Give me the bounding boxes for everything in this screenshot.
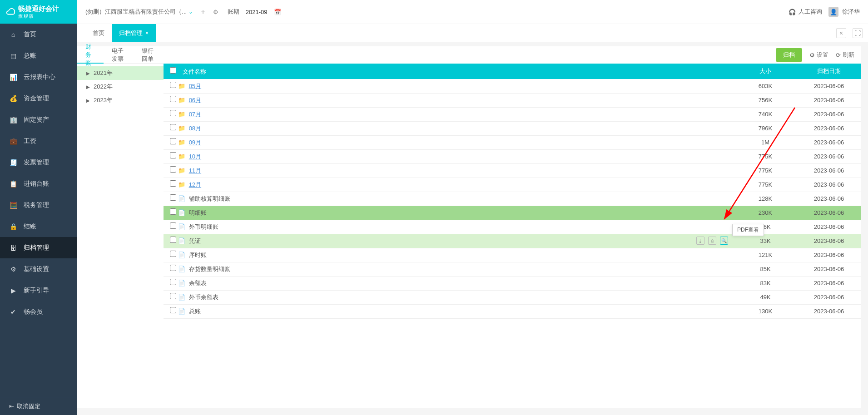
triangle-right-icon: ▶ — [86, 71, 90, 76]
row-checkbox[interactable] — [170, 194, 176, 201]
nav-item[interactable]: ⌂首页 — [0, 24, 77, 45]
nav-item[interactable]: 🧾发票管理 — [0, 152, 77, 173]
refresh-link[interactable]: ⟳刷新 — [836, 51, 854, 59]
topbar: (勿删）江西服宝精品有限责任公司（... ⌄ ＋ ⚙ 账期 2021-09 📅 … — [77, 0, 868, 24]
table-row[interactable]: 📁07月740K2023-06-06 — [164, 107, 861, 121]
fullscreen-icon[interactable]: ⛶ — [853, 28, 863, 38]
file-link[interactable]: 11月 — [189, 167, 201, 175]
tabs-bar: 首页 归档管理 × × ⛶ — [77, 24, 868, 42]
row-checkbox[interactable] — [170, 166, 176, 173]
file-name: 外币余额表 — [189, 293, 218, 301]
table-row[interactable]: 📄明细账230K2023-06-06 — [164, 206, 861, 220]
tab-home[interactable]: 首页 — [85, 24, 112, 42]
row-checkbox[interactable] — [170, 152, 176, 158]
cell-size: 796K — [734, 121, 797, 135]
row-checkbox[interactable] — [170, 96, 176, 102]
table-row[interactable]: 📁12月775K2023-06-06 — [164, 178, 861, 192]
nav-icon: ▶ — [9, 287, 17, 295]
nav-label: 新手引导 — [24, 287, 49, 295]
table-row[interactable]: 📄辅助核算明细账128K2023-06-06 — [164, 192, 861, 206]
table-row[interactable]: 📁10月775K2023-06-06 — [164, 149, 861, 163]
file-link[interactable]: 12月 — [189, 181, 201, 189]
table-row[interactable]: 📄序时账121K2023-06-06 — [164, 248, 861, 262]
nav-item[interactable]: 🏢固定资产 — [0, 109, 77, 130]
calendar-icon[interactable]: 📅 — [274, 9, 281, 15]
add-button[interactable]: ＋ — [199, 7, 207, 17]
row-checkbox[interactable] — [170, 293, 176, 299]
subtab-bank[interactable]: 银行回单 — [134, 46, 164, 63]
file-link[interactable]: 08月 — [189, 124, 201, 133]
file-icon: 📄 — [178, 280, 185, 287]
file-link[interactable]: 10月 — [189, 153, 201, 161]
row-checkbox[interactable] — [170, 222, 176, 229]
pdf-view-icon[interactable]: 🔍 — [720, 237, 728, 245]
gear-icon[interactable]: ⚙ — [213, 9, 218, 15]
archive-button[interactable]: 归档 — [776, 48, 802, 62]
arrow-left-icon: ⇤ — [9, 403, 14, 410]
table-row[interactable]: 📁11月775K2023-06-06 — [164, 163, 861, 178]
nav-item[interactable]: 🔒结账 — [0, 216, 77, 237]
tab-archive[interactable]: 归档管理 × — [112, 24, 156, 42]
file-link[interactable]: 06月 — [189, 96, 201, 104]
pdf-icon[interactable]: ⎙ — [708, 237, 716, 245]
year-item-2021[interactable]: ▶2021年 — [77, 66, 164, 80]
year-item-2023[interactable]: ▶2023年 — [77, 94, 164, 107]
row-checkbox[interactable] — [170, 208, 176, 215]
support-link[interactable]: 🎧 人工咨询 — [789, 8, 822, 16]
nav-item[interactable]: ▤总账 — [0, 45, 77, 66]
row-checkbox[interactable] — [170, 110, 176, 116]
folder-icon: 📁 — [178, 153, 185, 160]
nav-label: 云报表中心 — [24, 73, 55, 81]
period-value[interactable]: 2021-09 — [246, 9, 268, 15]
row-checkbox[interactable] — [170, 237, 176, 243]
table-row[interactable]: 📄总账130K2023-06-06 — [164, 304, 861, 318]
nav-item[interactable]: ⚙基础设置 — [0, 258, 77, 280]
nav-item[interactable]: 🧮税务管理 — [0, 194, 77, 216]
nav-icon: 🗄 — [9, 244, 17, 252]
file-link[interactable]: 05月 — [189, 82, 201, 90]
nav-label: 首页 — [24, 30, 36, 39]
table-row[interactable]: 📁09月1M2023-06-06 — [164, 135, 861, 149]
nav-item[interactable]: ✔畅会员 — [0, 301, 77, 322]
table-row[interactable]: 📄存货数量明细账85K2023-06-06 — [164, 262, 861, 276]
nav-item[interactable]: 💼工资 — [0, 130, 77, 152]
nav-item[interactable]: 💰资金管理 — [0, 88, 77, 109]
file-name: 序时账 — [189, 251, 207, 259]
row-checkbox[interactable] — [170, 124, 176, 130]
folder-icon: 📁 — [178, 125, 185, 132]
row-checkbox[interactable] — [170, 180, 176, 187]
company-selector[interactable]: (勿删）江西服宝精品有限责任公司（... ⌄ — [85, 8, 193, 16]
row-checkbox[interactable] — [170, 265, 176, 271]
table-row[interactable]: 📄余额表83K2023-06-06 — [164, 276, 861, 290]
row-checkbox[interactable] — [170, 307, 176, 313]
table-row[interactable]: 📁05月603K2023-06-06 — [164, 79, 861, 93]
select-all-checkbox[interactable] — [170, 67, 176, 74]
subtab-einvoice[interactable]: 电子发票 — [104, 46, 134, 63]
settings-link[interactable]: ⚙设置 — [809, 51, 828, 59]
row-checkbox[interactable] — [170, 251, 176, 257]
nav-item[interactable]: 📊云报表中心 — [0, 66, 77, 88]
tab-close-button[interactable]: × — [836, 28, 846, 38]
nav-item[interactable]: ▶新手引导 — [0, 280, 77, 301]
subtab-finance[interactable]: 财务账 — [77, 46, 104, 63]
file-link[interactable]: 07月 — [189, 110, 201, 119]
cell-size: 775K — [734, 163, 797, 178]
row-checkbox[interactable] — [170, 279, 176, 285]
nav-item[interactable]: 📋进销台账 — [0, 173, 77, 194]
nav-icon: 🔒 — [9, 222, 17, 231]
nav-item[interactable]: 🗄归档管理 — [0, 237, 77, 258]
file-link[interactable]: 09月 — [189, 138, 201, 147]
row-checkbox[interactable] — [170, 82, 176, 88]
table-row[interactable]: 📄外币余额表49K2023-06-06 — [164, 290, 861, 304]
cell-size: 121K — [734, 248, 797, 262]
sidebar-unpin[interactable]: ⇤ 取消固定 — [0, 397, 77, 415]
cell-date: 2023-06-06 — [797, 220, 861, 234]
cloud-icon — [5, 7, 15, 17]
year-item-2022[interactable]: ▶2022年 — [77, 80, 164, 94]
user-menu[interactable]: 👤 徐泽华 — [828, 7, 860, 17]
table-row[interactable]: 📁06月756K2023-06-06 — [164, 93, 861, 107]
row-checkbox[interactable] — [170, 138, 176, 144]
download-icon[interactable]: ⭳ — [696, 237, 704, 245]
close-icon[interactable]: × — [145, 30, 149, 36]
table-row[interactable]: 📁08月796K2023-06-06 — [164, 121, 861, 135]
